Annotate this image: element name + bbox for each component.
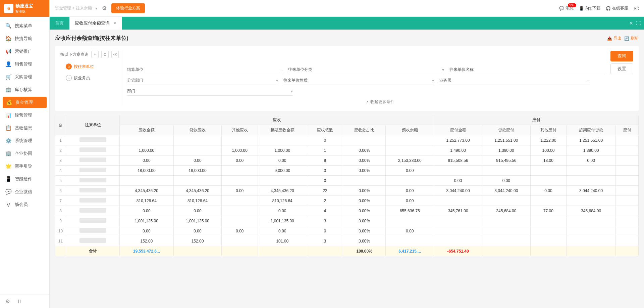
ar-loan-link[interactable]: 0.00 — [194, 158, 201, 163]
sidebar-item-quick-nav[interactable]: 🏠 快捷导航 — [0, 32, 49, 45]
ap-loan-link[interactable]: 915,495.56 — [496, 158, 516, 163]
prepay-link[interactable]: 0.00 — [406, 168, 414, 173]
online-service-btn[interactable]: 🎧 在线客服 — [606, 5, 628, 11]
partner-category-chevron-icon[interactable]: ▾ — [442, 68, 444, 72]
sidebar-item-purchase[interactable]: 🛒 采购管理 — [0, 71, 49, 83]
ar-loan-link[interactable]: 810,126.64 — [187, 199, 208, 203]
refresh-button[interactable]: 🔄 刷新 — [624, 36, 639, 41]
prepay-link[interactable]: 0.00 — [406, 188, 414, 193]
sidebar-item-search-menu[interactable]: 🔍 搜索菜单 — [0, 19, 49, 32]
tab-ar-ap[interactable]: 应收应付余额查询 ✕ — [69, 17, 122, 30]
tab-expand-icon[interactable]: ⛶ — [636, 20, 641, 26]
cell-ar-other: 1,000.00 — [222, 145, 258, 156]
ap-other-link[interactable]: 0.00 — [544, 188, 552, 193]
ar-other-link[interactable]: 0.00 — [236, 158, 244, 163]
messages-btn[interactable]: 💬 消息 99+ — [559, 5, 574, 11]
sidebar-item-hardware[interactable]: 📱 智能硬件 — [0, 173, 49, 185]
prepay-link[interactable]: 0.00 — [406, 199, 414, 203]
collapse-btn[interactable]: ∧ 收起更多条件 — [365, 98, 396, 106]
ar-loan-link[interactable]: 0.00 — [194, 209, 201, 213]
partner-nature-chevron-icon[interactable]: ▾ — [432, 78, 434, 83]
export-button[interactable]: 📤 导出 — [607, 36, 622, 41]
dept-chevron-icon[interactable]: ▾ — [291, 89, 293, 94]
sidebar-item-guide[interactable]: 🌟 新手引导 — [0, 160, 49, 173]
ar-loan-link[interactable]: 0.00 — [194, 229, 201, 233]
ar-loan-link[interactable]: 152.00 — [192, 239, 204, 244]
collapse-icon[interactable]: ⏸ — [17, 299, 22, 305]
prepay-link[interactable]: 655,636.75 — [400, 209, 420, 213]
ap-amount-link[interactable]: 3,044,240.00 — [446, 188, 470, 193]
ap-amount-link[interactable]: 915,508.56 — [448, 158, 468, 163]
sidebar-item-enterprise[interactable]: 🏢 企业协同 — [0, 147, 49, 160]
query-button[interactable]: 查询 — [610, 51, 633, 61]
tab-close-icon[interactable]: ✕ — [113, 21, 116, 26]
user-name[interactable]: Rit — [634, 6, 639, 11]
option-by-salesperson[interactable]: ○ 按业务员 — [63, 74, 119, 82]
collapse-scheme-button[interactable]: ≪ — [111, 51, 119, 58]
ar-loan-link[interactable]: 18,000.00 — [189, 168, 206, 173]
ap-amount-link[interactable]: 1,490.00 — [450, 148, 466, 153]
sidebar-item-marketing[interactable]: 📢 营销推广 — [0, 45, 49, 58]
ap-loan-link[interactable]: 345,684.00 — [496, 209, 516, 213]
promo-button[interactable]: 体验行业方案 — [111, 3, 145, 13]
ap-other-link[interactable]: 100.00 — [542, 148, 555, 153]
ar-loan-link[interactable]: 4,345,436.20 — [186, 188, 209, 193]
sidebar-item-member[interactable]: V 畅会员 — [0, 198, 49, 211]
ap-other-link[interactable]: 77.00 — [543, 209, 553, 213]
ar-amount-link[interactable]: 18,000.00 — [138, 168, 155, 173]
row-num: 8 — [55, 206, 66, 216]
ap-overdue-loan-link[interactable]: 0.00 — [587, 158, 595, 163]
settings-icon[interactable]: ⚙ — [5, 298, 10, 305]
ap-loan-link[interactable]: 3,044,240.00 — [494, 188, 518, 193]
ar-amount-link[interactable]: 152.00 — [141, 239, 153, 244]
ap-overdue-loan-link[interactable]: 1,390.00 — [583, 148, 599, 153]
ap-overdue-loan-link[interactable]: 3,044,240.00 — [579, 188, 603, 193]
prepay-link[interactable]: 0.00 — [406, 229, 414, 233]
tab-home[interactable]: 首页 — [50, 17, 69, 30]
ap-loan-link[interactable]: 1,251,551.00 — [494, 138, 518, 143]
ap-overdue-loan-link[interactable]: 345,684.00 — [581, 209, 601, 213]
ar-loan-link[interactable]: 1,001,135.00 — [186, 219, 209, 223]
ar-amount-link[interactable]: 4,345,436.20 — [135, 188, 158, 193]
ap-other-link[interactable]: 1,222.00 — [541, 138, 556, 143]
sidebar-item-finance[interactable]: 💰 资金管理 — [3, 97, 47, 108]
sidebar-item-inventory[interactable]: 🏢 库存核算 — [0, 83, 49, 96]
add-scheme-button[interactable]: + — [91, 51, 99, 58]
cell-partner — [66, 186, 120, 196]
ar-amount-link[interactable]: 0.00 — [143, 158, 150, 163]
cell-ar-count: 3 — [307, 216, 343, 226]
ar-other-link[interactable]: 0.00 — [236, 188, 244, 193]
footer-prepay[interactable]: 6,417,215.... — [386, 246, 434, 256]
setting-button[interactable]: 设置 — [610, 63, 633, 74]
ap-amount-link[interactable]: 1,252,773.00 — [446, 138, 470, 143]
ap-overdue-loan-link[interactable]: 1,251,551.00 — [579, 138, 603, 143]
ar-amount-link[interactable]: 0.00 — [143, 209, 150, 213]
ar-other-link[interactable]: 0.00 — [236, 229, 244, 233]
gear-icon[interactable]: ⚙ — [102, 5, 107, 11]
sidebar-item-basic-info[interactable]: 📋 基础信息 — [0, 122, 49, 134]
ap-amount-link[interactable]: 0.00 — [454, 178, 462, 183]
dept-head-chevron-icon[interactable]: ▾ — [276, 78, 278, 83]
option-by-partner[interactable]: ⊙ 按往来单位 — [63, 62, 119, 71]
footer-ar-amount[interactable]: 19,553,472,6... — [120, 246, 173, 256]
ap-amount-link[interactable]: 345,761.00 — [448, 209, 468, 213]
ar-amount-link[interactable]: 810,126.64 — [137, 199, 157, 203]
sidebar-item-sales[interactable]: 👤 销售管理 — [0, 58, 49, 71]
ap-loan-link[interactable]: 0.00 — [502, 178, 510, 183]
sidebar-item-wechat[interactable]: 💬 企业微信 — [0, 185, 49, 198]
table-settings-icon[interactable]: ⚙ — [58, 123, 63, 128]
ar-amount-link[interactable]: 1,001,135.00 — [135, 219, 158, 223]
salesperson-dots-icon[interactable]: ··· — [587, 78, 590, 83]
ar-other-link[interactable]: 1,000.00 — [232, 148, 248, 153]
ap-other-link[interactable]: 13.00 — [543, 158, 553, 163]
settlement-dots-icon[interactable]: ··· — [279, 68, 283, 72]
ar-amount-link[interactable]: 0.00 — [143, 229, 150, 233]
ap-loan-link[interactable]: 1,390.00 — [498, 148, 514, 153]
edit-scheme-button[interactable]: ⊙ — [101, 51, 109, 58]
tab-close-all-icon[interactable]: ✕ — [629, 20, 633, 26]
ar-amount-link[interactable]: 1,000.00 — [139, 148, 155, 153]
prepay-link[interactable]: 2,153,333.00 — [398, 158, 422, 163]
sidebar-item-system[interactable]: ⚙️ 系统管理 — [0, 134, 49, 147]
app-download-btn[interactable]: 📱 App下载 — [579, 5, 600, 11]
sidebar-item-operation[interactable]: 📊 经营管理 — [0, 109, 49, 122]
